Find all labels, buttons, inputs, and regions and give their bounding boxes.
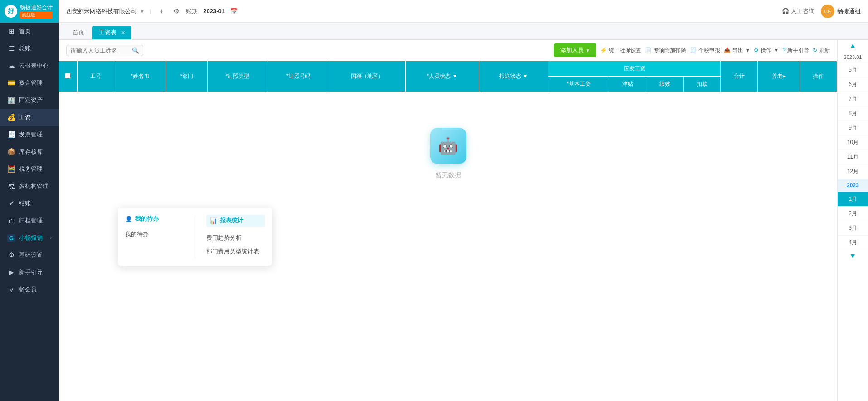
sidebar-item-label: 首页: [19, 27, 31, 35]
th-dept: *部门: [166, 61, 207, 92]
add-company-button[interactable]: +: [157, 7, 166, 16]
fixed-assets-icon: 🏢: [7, 96, 15, 104]
company-settings-button[interactable]: ⚙: [171, 7, 180, 16]
popup-col-left: 👤 我的待办 我的待办: [125, 215, 184, 258]
month-nav-up[interactable]: ▲: [838, 40, 868, 52]
personal-tax-label: 个税申报: [698, 47, 720, 54]
sidebar-item-label: 小畅报销: [19, 234, 43, 242]
th-base-salary: *基本工资: [548, 77, 609, 92]
social-insurance-action[interactable]: ⚡ 统一社保设置: [600, 47, 641, 54]
topbar: 西安虾米网络科技有限公司 ▼ | + ⚙ 账期 2023-01 📅 🎧 人工咨询…: [59, 0, 868, 23]
user-area[interactable]: CE 畅捷通组: [821, 5, 861, 18]
sidebar: 好 畅捷通好会计 旗舰版 ⊞ 首页 ☰ 总账 ☁ 云报表中心 💳 资金管理 🏢 …: [0, 0, 59, 401]
month-item-12[interactable]: 12月: [838, 164, 868, 179]
month-panel: ▲ 2023.01 5月 6月 7月 8月 9月 10月 11月: [837, 40, 868, 401]
month-item-11[interactable]: 11月: [838, 150, 868, 164]
logo-area: 好 畅捷通好会计 旗舰版: [0, 0, 59, 23]
popup-item-expense-trend[interactable]: 费用趋势分析: [206, 231, 265, 245]
company-dropdown-icon: ▼: [140, 9, 145, 14]
search-box[interactable]: 🔍: [66, 45, 143, 56]
sidebar-item-invoice[interactable]: 🧾 发票管理: [0, 126, 59, 143]
refresh-icon: ↻: [813, 47, 817, 53]
sidebar-item-label: 发票管理: [19, 130, 43, 139]
ledger-icon: ☰: [7, 44, 15, 53]
sidebar-item-label: 多机构管理: [19, 182, 48, 190]
multi-org-icon: 🏗: [7, 183, 15, 190]
sidebar-item-member[interactable]: V 畅会员: [0, 281, 59, 298]
support-button[interactable]: 🎧 人工咨询: [782, 7, 815, 15]
sidebar-item-fixed-assets[interactable]: 🏢 固定资产: [0, 92, 59, 109]
add-person-button[interactable]: 添加人员 ▼: [554, 43, 596, 57]
guide-action[interactable]: ? 新手引导: [782, 47, 809, 54]
search-input[interactable]: [70, 47, 129, 54]
export-label: 导出: [732, 47, 743, 54]
sidebar-item-label: 工资: [19, 113, 31, 121]
fund-icon: 💳: [7, 79, 15, 87]
personal-tax-icon: 🧾: [690, 47, 697, 53]
month-item-5[interactable]: 5月: [838, 63, 868, 77]
sidebar-item-ledger[interactable]: ☰ 总账: [0, 40, 59, 57]
month-label: 2月: [849, 210, 857, 217]
refresh-action[interactable]: ↻ 刷新: [813, 47, 830, 54]
month-item-2[interactable]: 2月: [838, 207, 868, 221]
month-item-7[interactable]: 7月: [838, 92, 868, 106]
operations-action[interactable]: ⚙ 操作 ▼: [754, 47, 779, 54]
sidebar-item-home[interactable]: ⊞ 首页: [0, 23, 59, 40]
sidebar-item-label: 总账: [19, 44, 31, 53]
month-item-9[interactable]: 9月: [838, 121, 868, 135]
content-area: 🔍 添加人员 ▼ ⚡ 统一社保设置 📄 专项附加扣除: [59, 40, 868, 401]
sidebar-item-fund[interactable]: 💳 资金管理: [0, 74, 59, 92]
calendar-icon[interactable]: 📅: [230, 8, 238, 14]
home-icon: ⊞: [7, 27, 15, 35]
th-total: 合计: [721, 61, 758, 92]
month-nav-down[interactable]: ▼: [838, 250, 868, 262]
month-item-10[interactable]: 10月: [838, 135, 868, 150]
sidebar-item-basic[interactable]: ⚙ 基础设置: [0, 246, 59, 264]
headset-icon: 🎧: [782, 8, 789, 14]
sidebar-item-archive[interactable]: 🗂 归档管理: [0, 212, 59, 229]
xiaochang-icon: G: [7, 234, 15, 242]
tab-salary[interactable]: 工资表 ✕: [92, 26, 131, 39]
export-action[interactable]: 📤 导出 ▼: [724, 47, 751, 54]
toolbar: 🔍 添加人员 ▼ ⚡ 统一社保设置 📄 专项附加扣除: [59, 40, 837, 61]
tab-home[interactable]: 首页: [66, 26, 91, 39]
sidebar-item-inventory[interactable]: 📦 库存核算: [0, 143, 59, 160]
sidebar-item-label: 资金管理: [19, 79, 43, 87]
month-down-icon: ▼: [849, 252, 857, 260]
archive-icon: 🗂: [7, 217, 15, 225]
popup-item-todo[interactable]: 我的待办: [125, 227, 184, 241]
sidebar-item-xiaochang[interactable]: G 小畅报销 ‹: [0, 229, 59, 246]
th-allowance: 津贴: [609, 77, 646, 92]
logo-text-area: 畅捷通好会计 旗舰版: [20, 4, 53, 19]
sidebar-item-tax[interactable]: 🧮 税务管理: [0, 160, 59, 178]
sidebar-item-label: 归档管理: [19, 217, 43, 225]
tab-close-icon[interactable]: ✕: [121, 30, 125, 35]
checkbox-th[interactable]: [59, 61, 77, 92]
month-label: 6月: [849, 81, 857, 87]
special-deduction-action[interactable]: 📄 专项附加扣除: [645, 47, 686, 54]
month-item-1[interactable]: 1月: [838, 192, 868, 207]
select-all-checkbox[interactable]: [65, 73, 71, 79]
sidebar-item-checkout[interactable]: ✔ 结账: [0, 195, 59, 212]
sidebar-item-multi-org[interactable]: 🏗 多机构管理: [0, 178, 59, 195]
month-up-icon: ▲: [849, 42, 857, 50]
sidebar-item-cloud-report[interactable]: ☁ 云报表中心: [0, 57, 59, 74]
company-name: 西安虾米网络科技有限公司: [66, 7, 137, 15]
special-deduction-icon: 📄: [645, 47, 652, 53]
th-deduction: 扣款: [684, 77, 721, 92]
expense-trend-label: 费用趋势分析: [206, 234, 242, 241]
month-item-6[interactable]: 6月: [838, 77, 868, 92]
personal-tax-action[interactable]: 🧾 个税申报: [690, 47, 720, 54]
sidebar-item-label: 固定资产: [19, 96, 43, 104]
month-item-8[interactable]: 8月: [838, 106, 868, 121]
month-label: 1月: [849, 196, 857, 202]
company-selector[interactable]: 西安虾米网络科技有限公司 ▼: [66, 7, 145, 15]
month-item-4[interactable]: 4月: [838, 236, 868, 250]
todo-icon: 👤: [125, 216, 132, 222]
col2-title-text: 报表统计: [220, 217, 243, 225]
sidebar-item-salary[interactable]: 💰 工资: [0, 109, 59, 126]
sidebar-item-guide[interactable]: ▶ 新手引导: [0, 264, 59, 281]
popup-item-dept-expense[interactable]: 部门费用类型统计表: [206, 245, 265, 258]
month-item-3[interactable]: 3月: [838, 221, 868, 236]
th-performance: 绩效: [646, 77, 684, 92]
